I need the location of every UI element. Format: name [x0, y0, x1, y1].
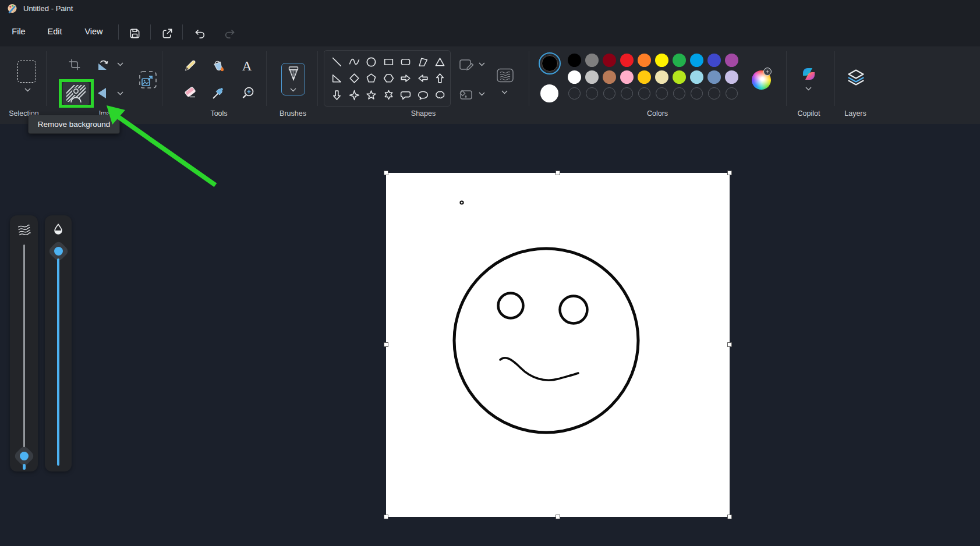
menu-view[interactable]: View — [78, 16, 109, 47]
palette-color-swatch[interactable] — [603, 54, 616, 67]
selection-handle[interactable] — [384, 515, 388, 519]
chevron-down-icon[interactable] — [501, 90, 508, 94]
shape-curve-icon[interactable] — [346, 54, 363, 70]
resize-image-button[interactable] — [138, 70, 158, 90]
pencil-tool-button[interactable] — [182, 57, 198, 73]
shape-polygon-icon[interactable] — [415, 54, 432, 70]
palette-color-swatch[interactable] — [568, 70, 581, 84]
shape-speech-rounded-icon[interactable] — [397, 87, 415, 104]
undo-button[interactable] — [190, 23, 210, 43]
opacity-slider-track[interactable] — [57, 258, 59, 466]
group-label-colors: Colors — [647, 109, 668, 118]
rotate-button[interactable] — [95, 56, 112, 73]
text-tool-icon: A — [242, 59, 252, 74]
chevron-down-icon[interactable] — [290, 88, 296, 92]
palette-color-swatch[interactable] — [585, 54, 599, 67]
shape-line-icon[interactable] — [328, 54, 346, 70]
redo-button[interactable] — [220, 23, 240, 43]
chevron-down-icon[interactable] — [479, 92, 485, 96]
save-button[interactable] — [125, 23, 144, 43]
palette-empty-slot[interactable] — [691, 87, 703, 100]
shape-star-4-icon[interactable] — [346, 87, 363, 104]
shape-diamond-icon[interactable] — [346, 70, 363, 87]
shape-star-5-icon[interactable] — [363, 87, 380, 104]
palette-empty-slot[interactable] — [586, 87, 598, 100]
shape-rectangle-icon[interactable] — [380, 54, 398, 70]
magnifier-tool-button[interactable] — [240, 84, 256, 101]
selection-handle[interactable] — [727, 171, 732, 175]
palette-color-swatch[interactable] — [585, 70, 599, 84]
shape-outline-button[interactable] — [458, 58, 474, 72]
shape-lightning-icon[interactable] — [346, 104, 363, 107]
palette-color-swatch[interactable] — [725, 70, 738, 84]
selection-handle[interactable] — [384, 342, 388, 347]
selection-handle[interactable] — [556, 515, 560, 519]
shape-triangle-icon[interactable] — [431, 54, 449, 70]
palette-color-swatch[interactable] — [725, 54, 738, 67]
palette-empty-slot[interactable] — [638, 87, 650, 100]
palette-color-swatch[interactable] — [655, 70, 668, 84]
palette-color-swatch[interactable] — [673, 70, 686, 84]
palette-empty-slot[interactable] — [656, 87, 668, 100]
shape-arrow-up-icon[interactable] — [431, 70, 449, 87]
selection-handle[interactable] — [384, 171, 388, 175]
size-button[interactable] — [496, 66, 514, 84]
shape-heart-icon[interactable] — [328, 104, 346, 107]
thickness-slider-thumb[interactable] — [20, 452, 29, 460]
selection-handle[interactable] — [727, 342, 732, 347]
palette-color-swatch[interactable] — [690, 70, 703, 84]
opacity-slider-thumb[interactable] — [54, 247, 63, 256]
selection-tool-button[interactable] — [16, 59, 37, 84]
palette-color-swatch[interactable] — [620, 54, 634, 67]
shape-star-6-icon[interactable] — [380, 87, 398, 104]
drawing-canvas[interactable] — [386, 173, 730, 517]
palette-empty-slot[interactable] — [621, 87, 633, 100]
palette-empty-slot[interactable] — [708, 87, 720, 100]
thickness-slider-track[interactable] — [23, 244, 25, 449]
palette-empty-slot[interactable] — [603, 87, 615, 100]
crop-icon — [68, 58, 82, 72]
palette-color-swatch[interactable] — [620, 70, 634, 84]
menu-edit[interactable]: Edit — [42, 16, 68, 47]
palette-empty-slot[interactable] — [726, 87, 738, 100]
shape-speech-oval-icon[interactable] — [415, 87, 432, 104]
crop-button[interactable] — [66, 56, 83, 73]
palette-color-swatch[interactable] — [690, 54, 703, 67]
shape-hexagon-icon[interactable] — [380, 70, 398, 87]
ribbon-separator — [266, 51, 267, 106]
selection-handle[interactable] — [556, 171, 560, 175]
chevron-down-icon[interactable] — [117, 62, 123, 66]
palette-color-swatch[interactable] — [707, 54, 721, 67]
brushes-button[interactable] — [281, 63, 305, 95]
selected-secondary-color[interactable] — [540, 84, 558, 102]
shape-arrow-right-icon[interactable] — [397, 70, 415, 87]
palette-color-swatch[interactable] — [568, 54, 581, 67]
shape-arrow-left-icon[interactable] — [415, 70, 432, 87]
chevron-down-icon[interactable] — [24, 88, 31, 92]
shape-fill-button[interactable] — [458, 87, 474, 101]
palette-empty-slot[interactable] — [673, 87, 685, 100]
share-button[interactable] — [157, 23, 177, 43]
shape-right-triangle-icon[interactable] — [328, 70, 346, 87]
selected-primary-color[interactable] — [539, 52, 561, 75]
palette-color-swatch[interactable] — [655, 54, 668, 67]
palette-color-swatch[interactable] — [603, 70, 616, 84]
palette-empty-slot[interactable] — [568, 87, 581, 100]
chevron-down-icon[interactable] — [805, 87, 812, 91]
palette-color-swatch[interactable] — [638, 70, 651, 84]
text-tool-button[interactable]: A — [239, 58, 255, 75]
shape-speech-cloud-icon[interactable] — [431, 87, 449, 104]
shape-rounded-rectangle-icon[interactable] — [397, 54, 415, 70]
chevron-down-icon[interactable] — [479, 62, 485, 66]
layers-button[interactable] — [845, 68, 866, 87]
shape-arrow-down-icon[interactable] — [328, 87, 346, 104]
copilot-button[interactable] — [798, 63, 819, 85]
palette-color-swatch[interactable] — [707, 70, 721, 84]
palette-color-swatch[interactable] — [673, 54, 686, 67]
selection-handle[interactable] — [727, 515, 732, 519]
palette-color-swatch[interactable] — [638, 54, 651, 67]
menu-file[interactable]: File — [7, 16, 30, 47]
shape-ellipse-icon[interactable] — [363, 54, 380, 70]
shape-pentagon-icon[interactable] — [363, 70, 380, 87]
fill-tool-button[interactable] — [209, 56, 227, 74]
